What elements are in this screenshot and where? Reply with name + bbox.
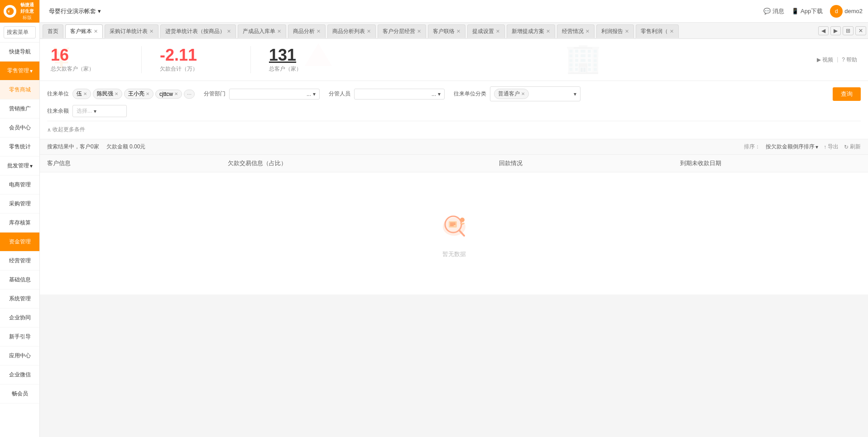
stat-divider-2 bbox=[250, 46, 251, 73]
app-download-button[interactable]: 📱 App下载 bbox=[791, 7, 823, 15]
empty-state: 暂无数据 bbox=[40, 172, 868, 294]
sidebar-item-retail-stats[interactable]: 零售统计 bbox=[0, 138, 39, 157]
filter-tag-cjttcw-close[interactable]: ✕ bbox=[174, 91, 178, 96]
sidebar-item-system[interactable]: 系统管理 bbox=[0, 290, 39, 309]
filter-tag-chen-close[interactable]: ✕ bbox=[115, 91, 118, 96]
sidebar-item-operations[interactable]: 经营管理 bbox=[0, 252, 39, 271]
tab-product-analysis[interactable]: 商品分析 ✕ bbox=[288, 24, 326, 38]
sidebar-item-retail-mall[interactable]: 零售商城 bbox=[0, 81, 39, 100]
tab-close-all[interactable]: ✕ bbox=[855, 26, 866, 35]
tab-close-add-commission[interactable]: ✕ bbox=[546, 28, 550, 34]
sidebar-item-new-guide[interactable]: 新手引导 bbox=[0, 328, 39, 347]
sidebar-item-basic-info[interactable]: 基础信息 bbox=[0, 271, 39, 290]
sidebar-item-ecommerce[interactable]: 电商管理 bbox=[0, 176, 39, 195]
balance-placeholder: 选择... bbox=[77, 107, 92, 115]
th-customer-info: 客户信息 bbox=[47, 159, 228, 167]
tab-close-retail-profit[interactable]: ✕ bbox=[670, 28, 674, 34]
tab-retail-profit[interactable]: 零售利润（ ✕ bbox=[636, 24, 679, 38]
sidebar-item-enterprise-coop[interactable]: 企业协同 bbox=[0, 309, 39, 328]
filter-tag-wu: 伍 ✕ bbox=[72, 89, 91, 99]
tab-production[interactable]: 产成品入库单 ✕ bbox=[238, 24, 286, 38]
tab-nav-right[interactable]: ▶ bbox=[830, 26, 841, 35]
tab-close-profit-report[interactable]: ✕ bbox=[625, 28, 629, 34]
tab-close-product-analysis-list[interactable]: ✕ bbox=[367, 28, 371, 34]
stat-bg-icon-2: ✦ bbox=[302, 41, 334, 80]
empty-icon bbox=[432, 209, 477, 245]
page-content: ¥ ✦ 🏢 16 总欠款客户（家） -2.11 欠款合计（万） 131 总客 bbox=[40, 39, 868, 437]
stats-actions: ▶ 视频 | ? 帮助 bbox=[817, 56, 857, 64]
tab-expand[interactable]: ⊞ bbox=[843, 26, 854, 35]
sidebar: ¥ 畅捷通好生意 标版 搜索菜单 快捷导航 零售管理 ▾ 零售商城 营销推广 会… bbox=[0, 0, 40, 437]
balance-filter-select[interactable]: 选择... ▾ bbox=[72, 105, 127, 117]
empty-text: 暂无数据 bbox=[442, 250, 466, 258]
tab-customer-ledger[interactable]: 客户账本 ✕ bbox=[65, 24, 103, 38]
dept-filter-select[interactable]: ... ▾ bbox=[229, 89, 320, 100]
tab-commission-settings[interactable]: 提成设置 ✕ bbox=[467, 24, 505, 38]
person-filter-select[interactable]: ... ▾ bbox=[354, 89, 445, 100]
tab-inventory-stats[interactable]: 进货单统计表（按商品） ✕ bbox=[160, 24, 236, 38]
tab-nav-left[interactable]: ◀ bbox=[818, 26, 829, 35]
video-help-btn[interactable]: ▶ 视频 bbox=[817, 56, 833, 64]
sidebar-item-finance[interactable]: 资金管理 bbox=[0, 233, 39, 252]
tab-close-customer-tier[interactable]: ✕ bbox=[417, 28, 421, 34]
tab-close-customer-contact[interactable]: ✕ bbox=[456, 28, 460, 34]
play-icon: ▶ bbox=[817, 57, 821, 63]
help-btn[interactable]: ? 帮助 bbox=[842, 56, 857, 64]
tab-product-analysis-list[interactable]: 商品分析列表 ✕ bbox=[327, 24, 376, 38]
filter-tag-wu-close[interactable]: ✕ bbox=[83, 91, 87, 96]
tab-profit-report[interactable]: 利润报告 ✕ bbox=[596, 24, 634, 38]
filter-tag-wang-close[interactable]: ✕ bbox=[146, 91, 149, 96]
svg-point-0 bbox=[6, 8, 14, 15]
app-version: 标版 bbox=[18, 14, 36, 21]
filter-tag-chen: 陈民强 ✕ bbox=[93, 89, 122, 99]
tab-close-production[interactable]: ✕ bbox=[277, 28, 281, 34]
tab-close-commission-settings[interactable]: ✕ bbox=[496, 28, 500, 34]
download-icon: 📱 bbox=[791, 8, 799, 14]
person-filter-dots: ... bbox=[432, 91, 436, 97]
tab-close-operations-status[interactable]: ✕ bbox=[585, 28, 590, 34]
sidebar-item-quick-nav[interactable]: 快捷导航 bbox=[0, 43, 39, 62]
tab-close-customer-ledger[interactable]: ✕ bbox=[94, 28, 98, 34]
user-avatar-button[interactable]: d demo2 bbox=[830, 5, 863, 18]
tab-home[interactable]: 首页 bbox=[43, 24, 63, 38]
filter-tag-wang: 王小亮 ✕ bbox=[124, 89, 153, 99]
search-menu-button[interactable]: 搜索菜单 bbox=[4, 26, 36, 38]
version-selector[interactable]: 母婴行业演示帐套 ▾ bbox=[45, 7, 105, 15]
filter-more-tags[interactable]: ··· bbox=[184, 90, 195, 99]
chevron-down-icon-sort: ▾ bbox=[815, 144, 818, 150]
tab-add-commission[interactable]: 新增提成方案 ✕ bbox=[507, 24, 555, 38]
sidebar-item-wholesale[interactable]: 批发管理 ▾ bbox=[0, 157, 39, 176]
sidebar-item-marketing[interactable]: 营销推广 bbox=[0, 100, 39, 119]
unit-type-tag: 普通客户 ✕ bbox=[494, 89, 529, 99]
sidebar-item-procurement[interactable]: 采购管理 bbox=[0, 195, 39, 214]
refresh-button[interactable]: ↻ 刷新 bbox=[844, 143, 861, 151]
unit-type-tag-close[interactable]: ✕ bbox=[521, 91, 525, 96]
export-icon: ↑ bbox=[824, 144, 826, 150]
unit-type-filter-select[interactable]: 普通客户 ✕ ▾ bbox=[490, 86, 580, 101]
sidebar-item-inventory[interactable]: 库存核算 bbox=[0, 214, 39, 233]
tab-purchase-order-stats[interactable]: 采购订单统计表 ✕ bbox=[105, 24, 158, 38]
balance-filter-label: 往来余额 bbox=[47, 107, 69, 115]
sort-select[interactable]: 按欠款金额倒序排序 ▾ bbox=[766, 143, 818, 151]
tab-customer-tier[interactable]: 客户分层经营 ✕ bbox=[378, 24, 426, 38]
sidebar-item-retail-management[interactable]: 零售管理 ▾ bbox=[0, 62, 39, 81]
tab-operations-status[interactable]: 经营情况 ✕ bbox=[557, 24, 595, 38]
messages-button[interactable]: 💬 消息 bbox=[763, 7, 784, 15]
sort-label: 排序： bbox=[744, 143, 760, 151]
export-button[interactable]: ↑ 导出 bbox=[824, 143, 839, 151]
sidebar-item-app-center[interactable]: 应用中心 bbox=[0, 347, 39, 366]
stat-debt-amount-value: -2.11 bbox=[160, 47, 197, 63]
results-actions: 排序： 按欠款金额倒序排序 ▾ ↑ 导出 ↻ 刷新 bbox=[744, 143, 861, 151]
sidebar-item-enterprise-wechat[interactable]: 企业微信 bbox=[0, 366, 39, 385]
stat-total-debt-amount: -2.11 欠款合计（万） bbox=[160, 47, 232, 73]
tab-close-product-analysis[interactable]: ✕ bbox=[317, 28, 321, 34]
tab-customer-contact[interactable]: 客户联络 ✕ bbox=[428, 24, 465, 38]
filter-collapse-btn[interactable]: ∧ 收起更多条件 bbox=[47, 126, 861, 133]
tab-close-purchase-order-stats[interactable]: ✕ bbox=[149, 28, 153, 34]
sidebar-item-member-center[interactable]: 会员中心 bbox=[0, 119, 39, 138]
svg-text:✦: ✦ bbox=[315, 56, 323, 66]
stat-debt-amount-label: 欠款合计（万） bbox=[160, 65, 198, 73]
query-button[interactable]: 查询 bbox=[833, 87, 861, 101]
sidebar-item-vip-member[interactable]: 畅会员 bbox=[0, 385, 39, 404]
tab-close-inventory-stats[interactable]: ✕ bbox=[227, 28, 231, 34]
